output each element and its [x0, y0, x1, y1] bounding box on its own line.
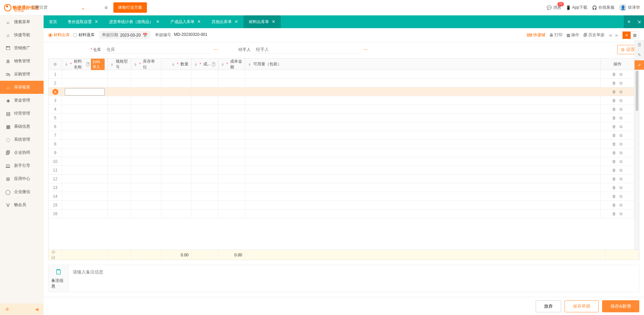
table-row[interactable]: 13🗑⧉	[49, 183, 634, 192]
plus-icon[interactable]: +	[52, 89, 58, 95]
copy-icon[interactable]: ⧉	[620, 194, 623, 199]
category-select[interactable]: 日用百货 ⌄	[32, 5, 99, 10]
table-row[interactable]: 10🗑⧉	[49, 157, 634, 166]
sidebar-item-0[interactable]: ⌕搜索菜单	[0, 15, 44, 28]
close-icon[interactable]: ✕	[234, 15, 238, 28]
delete-icon[interactable]: 🗑	[612, 150, 616, 155]
rail-btn-1[interactable]: ☰	[635, 40, 644, 50]
delete-icon[interactable]: 🗑	[612, 81, 616, 85]
copy-icon[interactable]: ⧉	[620, 150, 623, 155]
tab-5[interactable]: 材料出库单✕	[244, 15, 281, 28]
discard-button[interactable]: 放弃	[536, 300, 561, 312]
th-config[interactable]: ⚙	[49, 59, 62, 70]
scrollbar[interactable]	[634, 70, 639, 250]
operator-input[interactable]	[253, 46, 361, 54]
operate-link[interactable]: ▦操作	[567, 32, 579, 38]
delete-icon[interactable]: 🗑	[612, 203, 616, 207]
copy-icon[interactable]: ⧉	[620, 177, 623, 181]
sidebar-item-6[interactable]: ◈资金管理	[0, 94, 44, 107]
history-link[interactable]: 🗐历史单据	[583, 32, 604, 38]
scan-tag[interactable]: 扫码录入	[91, 59, 105, 70]
delete-icon[interactable]: 🗑	[612, 159, 616, 164]
prev-button[interactable]: ◀	[608, 33, 611, 38]
delete-icon[interactable]: 🗑	[612, 124, 616, 129]
table-row[interactable]: 4🗑⧉	[49, 105, 634, 114]
table-row[interactable]: 8🗑⧉	[49, 140, 634, 148]
delete-icon[interactable]: 🗑	[612, 168, 616, 173]
sidebar-item-4[interactable]: 🛍采购管理	[0, 68, 44, 81]
app-download[interactable]: 📱 App下载	[566, 5, 587, 10]
close-icon[interactable]: ✕	[95, 15, 98, 28]
sidebar-item-12[interactable]: ⊞应用中心	[0, 172, 44, 185]
th-avail[interactable]: ▲▼可用量（包装）	[245, 59, 601, 70]
table-row[interactable]: 6🗑⧉	[49, 122, 634, 131]
next-button[interactable]: ▶	[615, 33, 619, 38]
material-name-input[interactable]	[65, 88, 105, 96]
help-icon[interactable]: ?	[86, 62, 90, 67]
copy-icon[interactable]: ⧉	[620, 116, 623, 120]
copy-icon[interactable]: ⧉	[620, 159, 623, 164]
sidebar-item-1[interactable]: ⌂快捷导航	[0, 28, 44, 42]
delete-icon[interactable]: 🗑	[612, 211, 616, 216]
radio-return[interactable]: 材料退库	[73, 32, 95, 38]
table-row[interactable]: 5🗑⧉	[49, 114, 634, 122]
sidebar-item-11[interactable]: 🕮新手引导	[0, 159, 44, 172]
th-spec[interactable]: ▲▼规格型号	[108, 59, 131, 70]
th-unit[interactable]: ▲▼*库存单位	[131, 59, 161, 70]
user-menu[interactable]: 👤 徐泽华	[619, 4, 640, 11]
save-new-button[interactable]: 保存&新增	[602, 300, 639, 312]
tab-4[interactable]: 其他出库单✕	[206, 15, 244, 28]
cta-button[interactable]: 体验行业方案	[113, 2, 147, 13]
table-row[interactable]: 3🗑⧉	[49, 96, 634, 105]
delete-icon[interactable]: 🗑	[612, 133, 616, 138]
operator-picker-icon[interactable]: ⋯	[363, 47, 368, 52]
table-row[interactable]: 15🗑⧉	[49, 201, 634, 209]
th-qty[interactable]: ▲▼*数量	[161, 59, 192, 70]
copy-icon[interactable]: ⧉	[620, 211, 623, 216]
delete-icon[interactable]: 🗑	[612, 177, 616, 181]
radio-outbound[interactable]: 材料出库	[48, 32, 70, 38]
table-row[interactable]: 9🗑⧉	[49, 148, 634, 157]
remarks-input[interactable]	[69, 265, 639, 292]
delete-icon[interactable]: 🗑	[612, 72, 616, 77]
sidebar-item-14[interactable]: Ⅴ畅会员	[0, 198, 44, 211]
copy-icon[interactable]: ⧉	[620, 168, 623, 173]
collapse-icon[interactable]: ◀	[35, 307, 38, 312]
rail-btn-3[interactable]: ⤢	[635, 60, 644, 70]
print-link[interactable]: 🖶打印	[549, 32, 562, 38]
doc-date[interactable]: 单据日期 2023-03-20 📅	[99, 31, 150, 39]
delete-icon[interactable]: 🗑	[612, 116, 616, 120]
copy-icon[interactable]: ⧉	[620, 81, 623, 85]
delete-icon[interactable]: 🗑	[612, 194, 616, 199]
shortcut-link[interactable]: ⌨快捷键	[527, 32, 545, 38]
tab-more-button[interactable]: ⇲	[634, 15, 644, 28]
table-row[interactable]: 14🗑⧉	[49, 192, 634, 201]
delete-icon[interactable]: 🗑	[612, 142, 616, 146]
delete-icon[interactable]: 🗑	[612, 98, 616, 103]
copy-icon[interactable]: ⧉	[620, 142, 623, 146]
th-amt[interactable]: ▲▼*成本金额	[218, 59, 245, 70]
copy-icon[interactable]: ⧉	[620, 89, 623, 94]
messages[interactable]: 💬 消息 70	[547, 5, 561, 10]
gear-icon[interactable]: ⚙	[101, 3, 111, 12]
th-cost[interactable]: ▲▼*成...?	[192, 59, 218, 70]
table-row[interactable]: 16🗑⧉	[49, 209, 634, 218]
sidebar-item-5[interactable]: ⌂库存核算	[0, 81, 44, 94]
close-icon[interactable]: ✕	[197, 15, 201, 28]
tab-1[interactable]: 售价提取设置✕	[62, 15, 104, 28]
tab-2[interactable]: 进货单统计表（按商品）✕	[104, 15, 165, 28]
sidebar-item-13[interactable]: ◯企业微信	[0, 185, 44, 198]
insert-row[interactable]: +🗑⧉	[49, 87, 634, 96]
delete-icon[interactable]: 🗑	[612, 89, 616, 94]
table-row[interactable]: 12🗑⧉	[49, 175, 634, 183]
sidebar-item-3[interactable]: 🗎销售管理	[0, 55, 44, 68]
table-row[interactable]: 1🗑⧉	[49, 70, 634, 79]
warehouse-input[interactable]	[104, 46, 211, 54]
sidebar-item-10[interactable]: 🗐企业协同	[0, 146, 44, 159]
delete-icon[interactable]: 🗑	[612, 107, 616, 112]
support[interactable]: 🎧 在线客服	[592, 5, 614, 10]
table-row[interactable]: 7🗑⧉	[49, 131, 634, 140]
view-list-button[interactable]: ≡	[623, 32, 631, 39]
copy-icon[interactable]: ⧉	[620, 107, 623, 112]
help-icon[interactable]: ?	[212, 62, 215, 67]
